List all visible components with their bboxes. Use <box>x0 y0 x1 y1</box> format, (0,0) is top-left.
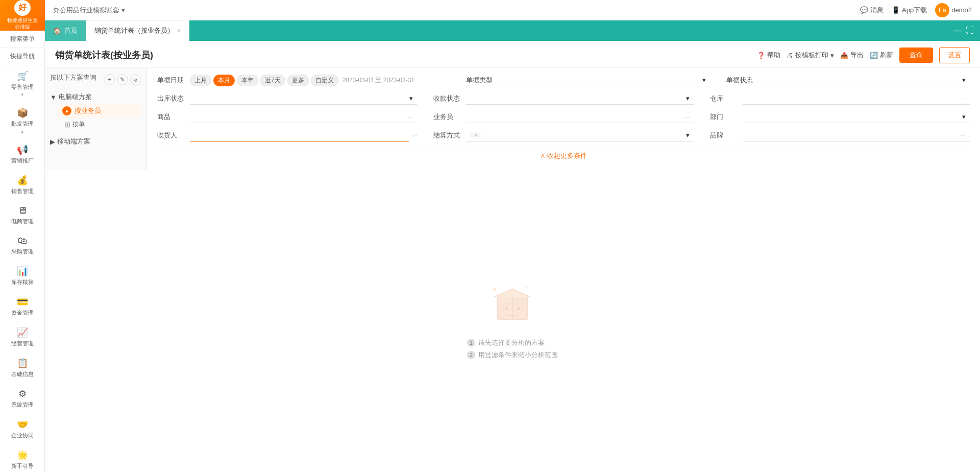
edit-scheme-button[interactable]: ✎ <box>117 74 128 85</box>
date-btn-custom[interactable]: 自定义 <box>311 75 338 86</box>
sales-icon: 💰 <box>17 175 28 186</box>
empty-state: ✦ ✦ 1 请先选择要分析的方案 <box>45 170 980 472</box>
help-button[interactable]: ❓ 帮助 <box>757 51 780 60</box>
sidebar-item-basic[interactable]: 📋 基础信息 <box>0 352 44 383</box>
receiver-dots[interactable]: ··· <box>411 131 418 139</box>
collapse-filters-button[interactable]: ∧ 收起更多条件 <box>157 148 970 163</box>
setting-button[interactable]: 设置 <box>939 47 970 63</box>
doc-type-select[interactable]: ▾ <box>499 74 710 86</box>
tab-sales-stat[interactable]: 销货单统计表（按业务员） × <box>86 20 189 41</box>
tab-expand-icon[interactable]: ⛶ <box>966 26 974 35</box>
tabbar: 🏠 首页 销货单统计表（按业务员） × — ⛶ <box>45 20 980 41</box>
refresh-button[interactable]: 🔄 刷新 <box>870 51 893 60</box>
empty-illustration: ✦ ✦ <box>487 279 538 330</box>
filter-warehouse: 仓库 ··· <box>710 92 970 105</box>
collapse-up-icon: ∧ <box>540 152 548 159</box>
edit-icon: ✎ <box>120 76 125 83</box>
warehouse-select[interactable]: ··· <box>743 92 970 105</box>
brand-select[interactable]: ··· <box>743 129 970 141</box>
sidebar-item-enterprise[interactable]: 🤝 企业协同 <box>0 414 44 444</box>
inventory-icon: 📊 <box>17 266 28 277</box>
goods-select[interactable]: ··· <box>190 111 417 123</box>
query-button[interactable]: 查询 <box>899 48 933 63</box>
sidebar-item-operation[interactable]: 📈 经营管理 <box>0 322 44 352</box>
left-panel-title: 按以下方案查询 <box>50 73 96 82</box>
tree-desktop-label[interactable]: ▼ 电脑端方案 <box>50 90 141 104</box>
user-menu[interactable]: Ea demo2 <box>935 3 972 17</box>
doc-status-select[interactable]: ▾ <box>759 74 970 86</box>
print-button[interactable]: 🖨 按模板打印 ▾ <box>787 51 834 60</box>
tree-chevron-icon: ▼ <box>50 93 57 101</box>
sidebar-item-system[interactable]: ⚙ 系统管理 <box>0 383 44 414</box>
sidebar-item-newuser[interactable]: 🌟 新手引导 <box>0 444 44 472</box>
chevron-down-icon: ▾ <box>121 6 125 14</box>
receiver-input[interactable] <box>190 129 409 141</box>
svg-point-4 <box>505 307 508 310</box>
salesman-dots: ··· <box>684 113 690 121</box>
right-filter-panel: 单据日期 上月 本月 本年 近7天 更多 自定义 2023-03-01 至 20… <box>147 68 980 170</box>
brand-label: 品牌 <box>710 131 739 140</box>
user-name: demo2 <box>951 6 972 14</box>
salesman-select[interactable]: ··· <box>466 111 693 123</box>
sidebar: 好 畅捷通好生意 标准版 搜索菜单 快捷导航 🛒 零售管理 ▼ 📦 批发管理 ▲… <box>0 0 45 472</box>
salesman-label: 业务员 <box>433 112 462 122</box>
tab-close-icon[interactable]: × <box>177 27 181 34</box>
date-btn-this-year[interactable]: 本年 <box>237 75 258 86</box>
warehouse-dots: ··· <box>960 95 966 102</box>
left-panel: 按以下方案查询 + ✎ « <box>45 68 147 170</box>
collapse-icon: « <box>134 76 138 84</box>
dept-chevron: ▾ <box>962 113 966 121</box>
sidebar-item-finance[interactable]: 💳 资金管理 <box>0 291 44 322</box>
phone-icon: 📱 <box>892 6 900 14</box>
out-status-select[interactable]: ▾ <box>190 92 417 105</box>
date-btn-this-month[interactable]: 本月 <box>213 75 235 86</box>
brand-dots: ··· <box>960 131 966 139</box>
settlement-select[interactable]: × ▾ <box>466 129 693 141</box>
sidebar-item-ecommerce[interactable]: 🖥 电商管理 <box>0 200 44 230</box>
sidebar-item-wholesale[interactable]: 📦 批发管理 ▲ <box>0 102 44 139</box>
search-menu-label[interactable]: 搜索菜单 <box>0 35 44 43</box>
app-download-button[interactable]: 📱 App下载 <box>892 6 927 15</box>
date-btn-last-7days[interactable]: 近7天 <box>260 75 285 86</box>
date-btn-more[interactable]: 更多 <box>287 75 309 86</box>
tip-2-text: 用过滤条件来缩小分析范围 <box>478 350 558 360</box>
filter-row-2: 出库状态 ▾ 收款状态 ▾ <box>157 92 970 105</box>
pay-status-select[interactable]: ▾ <box>466 92 693 105</box>
export-button[interactable]: 📤 导出 <box>840 51 864 60</box>
page-actions: ❓ 帮助 🖨 按模板打印 ▾ 📤 导出 🔄 刷新 <box>757 47 970 63</box>
message-button[interactable]: 💬 消息 <box>860 6 884 15</box>
breadcrumb-dropdown[interactable]: 办公用品行业模拟账套 ▾ <box>53 6 125 15</box>
doc-type-label: 单据类型 <box>466 76 495 85</box>
add-scheme-button[interactable]: + <box>104 74 115 85</box>
newuser-icon: 🌟 <box>17 450 28 461</box>
settlement-tag: × <box>470 132 481 138</box>
quick-nav[interactable]: 快捷导航 <box>0 48 44 65</box>
sidebar-item-purchase[interactable]: 🛍 采购管理 <box>0 230 44 261</box>
dept-select[interactable]: ▾ <box>743 111 970 123</box>
tab-home[interactable]: 🏠 首页 <box>45 20 86 41</box>
retail-icon: 🛒 <box>17 70 28 82</box>
app-download-label: App下载 <box>902 6 927 15</box>
tab-sales-stat-label: 销货单统计表（按业务员） <box>94 26 174 35</box>
sidebar-item-marketing[interactable]: 📢 营销推广 <box>0 139 44 170</box>
logo-icon: 好 <box>14 0 31 16</box>
date-btn-last-month[interactable]: 上月 <box>190 75 211 86</box>
settlement-clear-icon[interactable]: × <box>475 132 478 138</box>
sidebar-item-retail[interactable]: 🛒 零售管理 ▼ <box>0 65 44 102</box>
scheme-by-salesman[interactable]: ● 按业务员 <box>58 104 141 118</box>
sidebar-item-sales[interactable]: 💰 销售管理 <box>0 170 44 200</box>
scheme-by-order[interactable]: ⊞ 按单 <box>64 118 141 131</box>
filter-settlement: 结算方式 × ▾ <box>433 129 693 141</box>
wholesale-icon: 📦 <box>17 107 28 119</box>
tree-mobile-label[interactable]: ▶ 移动端方案 <box>50 135 141 148</box>
app-sub: 标准版 <box>15 23 30 31</box>
tab-minimize-icon[interactable]: — <box>953 26 962 35</box>
search-menu[interactable]: 搜索菜单 <box>0 31 44 48</box>
sidebar-nav: 🛒 零售管理 ▼ 📦 批发管理 ▲ 📢 营销推广 💰 销售管理 🖥 电商管理 🛍… <box>0 65 44 472</box>
help-icon: ❓ <box>757 52 765 59</box>
message-label: 消息 <box>870 6 884 15</box>
help-label: 帮助 <box>767 51 780 60</box>
filter-row-3: 商品 ··· 业务员 ··· <box>157 111 970 123</box>
collapse-panel-button[interactable]: « <box>130 74 141 85</box>
sidebar-item-inventory[interactable]: 📊 库存核算 <box>0 261 44 291</box>
